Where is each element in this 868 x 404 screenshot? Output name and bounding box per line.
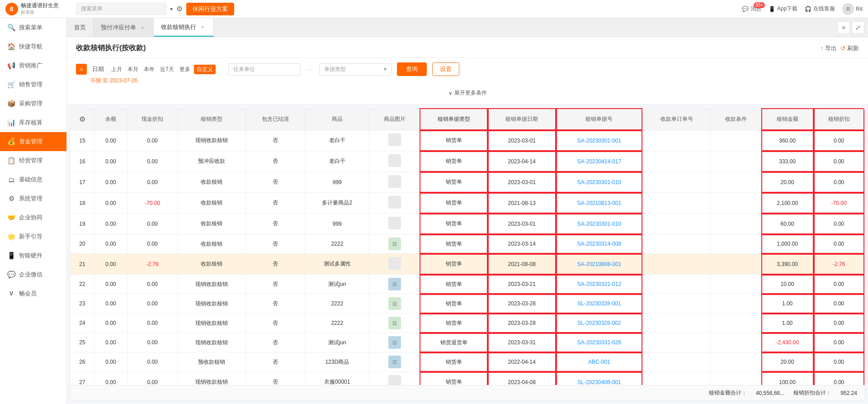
user-area[interactable]: R Rit xyxy=(842,3,863,15)
cell-writeoff-discount: -2.76 xyxy=(814,254,864,275)
top-right-actions: 💬 消息 99+ 📱 App下载 🎧 在线客服 R Rit xyxy=(742,3,863,15)
sidebar-item-sales[interactable]: 🛒 销售管理 xyxy=(0,75,66,94)
cell-writeoff-no[interactable]: SA-20230321-012 xyxy=(556,275,643,294)
cell-goods-img: 🖼 xyxy=(369,275,420,294)
enterprise-icon: 🤝 xyxy=(7,214,15,222)
writeoff-no-link[interactable]: SA-20230314-008 xyxy=(577,241,621,247)
top-search-box[interactable]: 搜索菜单 xyxy=(76,3,166,15)
sidebar-item-quick[interactable]: 🏠 快捷导航 xyxy=(0,37,66,56)
solution-button[interactable]: 休闲行业方案 xyxy=(186,3,234,15)
date-opt-custom[interactable]: 自定义 xyxy=(194,65,216,74)
sidebar-item-wechat[interactable]: 💬 企业微信 xyxy=(0,265,66,284)
sidebar-item-marketing[interactable]: 📢 营销推广 xyxy=(0,56,66,75)
tab-bar-actions: × ⤢ xyxy=(837,21,868,34)
sidebar-item-hardware[interactable]: 📱 智能硬件 xyxy=(0,246,66,265)
cell-balance: 0.00 xyxy=(94,214,127,234)
voucher-type-select[interactable]: 单据类型 ▾ xyxy=(319,63,392,76)
cell-writeoff-discount: 0.00 xyxy=(814,314,864,333)
query-button[interactable]: 查询 xyxy=(397,62,427,76)
writeoff-no-link[interactable]: SA-20230301-010 xyxy=(577,179,621,185)
col-writeoff-discount: 核销折扣 xyxy=(814,108,864,130)
cell-id: 23 xyxy=(71,294,94,314)
writeoff-no-link[interactable]: SA-20230321-012 xyxy=(577,281,621,287)
sidebar-item-basic[interactable]: 🗂 基础信息 xyxy=(0,170,66,189)
export-button[interactable]: ↑ 导出 xyxy=(821,44,837,52)
cell-writeoff-voucher-type: 销货单 xyxy=(420,214,488,234)
content-area: 首页 预付冲应付单 × 收款核销执行 × × ⤢ 收款核销执行(按收款) xyxy=(67,18,868,404)
cell-id: 26 xyxy=(71,352,94,372)
cell-writeoff-no[interactable]: SA-20230414-017 xyxy=(556,151,643,172)
cell-cash-discount: 0.00 xyxy=(127,234,178,254)
date-opt-7days[interactable]: 近7天 xyxy=(158,65,176,74)
table-scroll[interactable]: ⚙ 余额 现金折扣 核销类型 包含已结清 商品 商品图片 核销单据类型 核销单据… xyxy=(71,108,864,385)
writeoff-no-link[interactable]: ABC-001 xyxy=(588,359,610,365)
cell-writeoff-no[interactable]: SL-20230408-001 xyxy=(556,372,643,385)
cell-writeoff-discount: 0.00 xyxy=(814,130,864,151)
filter-expand-button[interactable]: » xyxy=(76,64,87,75)
online-service-action[interactable]: 🎧 在线客服 xyxy=(805,5,835,13)
sidebar-item-finance[interactable]: 💰 资金管理 xyxy=(0,132,66,151)
cell-writeoff-date: 2022-04-14 xyxy=(488,352,556,372)
tab-receipt-close[interactable]: × xyxy=(199,24,206,31)
cell-writeoff-no[interactable]: SA-20230301-010 xyxy=(556,214,643,234)
tab-receipt[interactable]: 收款核销执行 × xyxy=(154,18,214,37)
gear-button[interactable]: ⚙ xyxy=(176,5,183,13)
writeoff-no-link[interactable]: SA-20210808-001 xyxy=(577,261,621,267)
cell-goods: 多计量商品2 xyxy=(305,193,369,214)
cell-writeoff-no[interactable]: SA-20210808-001 xyxy=(556,254,643,275)
sidebar-label-operations: 经营管理 xyxy=(19,157,42,165)
writeoff-no-link[interactable]: SA-20230414-017 xyxy=(577,158,621,165)
writeoff-no-link[interactable]: SA-20210813-001 xyxy=(577,200,621,206)
tab-prepay[interactable]: 预付冲应付单 × xyxy=(94,18,154,37)
top-bar: 6 畅捷通谱好生意 标准版 搜索菜单 ▾ ⚙ 休闲行业方案 💬 消息 99+ 📱… xyxy=(0,0,868,18)
sidebar-item-search[interactable]: 🔍 搜索菜单 xyxy=(0,18,66,37)
tab-prepay-close[interactable]: × xyxy=(139,24,146,31)
writeoff-no-link[interactable]: SL-20230328-002 xyxy=(577,320,621,326)
app-download-action[interactable]: 📱 App下载 xyxy=(769,5,797,13)
cell-writeoff-no[interactable]: SA-20230314-008 xyxy=(556,234,643,254)
tab-home[interactable]: 首页 xyxy=(67,18,94,37)
sidebar-item-inventory[interactable]: 📊 库存核算 xyxy=(0,113,66,132)
sidebar-item-enterprise[interactable]: 🤝 企业协同 xyxy=(0,208,66,227)
cell-receipt-order-no xyxy=(642,234,711,254)
date-opt-this-year[interactable]: 本年 xyxy=(142,65,156,74)
writeoff-no-link[interactable]: SA-20230301-001 xyxy=(577,138,621,144)
wechat-icon: 💬 xyxy=(7,271,15,279)
dropdown-button[interactable]: ▾ xyxy=(170,6,173,12)
col-settings-btn[interactable]: ⚙ xyxy=(75,112,90,126)
cell-balance: 0.00 xyxy=(94,314,127,333)
cell-writeoff-no[interactable]: SL-20230328-002 xyxy=(556,314,643,333)
col-settings[interactable]: ⚙ xyxy=(71,108,94,130)
sidebar-item-system[interactable]: ⚙ 系统管理 xyxy=(0,189,66,208)
goods-image xyxy=(388,217,401,229)
cell-writeoff-discount: 0.00 xyxy=(814,172,864,193)
cell-writeoff-no[interactable]: SA-20230301-001 xyxy=(556,130,643,151)
sidebar-item-purchase[interactable]: 📦 采购管理 xyxy=(0,94,66,113)
col-goods-img: 商品图片 xyxy=(369,108,420,130)
writeoff-no-link[interactable]: SL-20230328-001 xyxy=(577,300,621,307)
cell-writeoff-date: 2023-03-14 xyxy=(488,234,556,254)
writeoff-no-link[interactable]: SA-20230331-026 xyxy=(577,339,621,346)
cell-writeoff-no[interactable]: SA-20210813-001 xyxy=(556,193,643,214)
sidebar-item-operations[interactable]: 📋 经营管理 xyxy=(0,151,66,170)
cell-writeoff-no[interactable]: SA-20230301-010 xyxy=(556,172,643,193)
date-opt-more[interactable]: 更多 xyxy=(178,65,192,74)
tab-expand-btn[interactable]: ⤢ xyxy=(852,21,864,34)
tab-close-btn[interactable]: × xyxy=(837,21,850,34)
refresh-button[interactable]: ↺ 刷新 xyxy=(840,44,859,52)
sidebar-item-guide[interactable]: 🌟 新手引导 xyxy=(0,227,66,246)
writeoff-no-link[interactable]: SL-20230408-001 xyxy=(577,379,621,385)
date-opt-last-month[interactable]: 上月 xyxy=(109,65,124,74)
cell-writeoff-no[interactable]: SA-20230331-026 xyxy=(556,333,643,352)
cell-writeoff-no[interactable]: ABC-001 xyxy=(556,352,643,372)
message-action[interactable]: 💬 消息 99+ xyxy=(742,5,761,13)
settings-button[interactable]: 设置 xyxy=(432,62,459,76)
cell-balance: 0.00 xyxy=(94,333,127,352)
counterpart-input[interactable]: 往来单位 xyxy=(228,63,301,76)
date-opt-this-month[interactable]: 本月 xyxy=(126,65,140,74)
cell-writeoff-no[interactable]: SL-20230328-001 xyxy=(556,294,643,314)
cell-writeoff-type: 现销收款核销 xyxy=(178,314,246,333)
sidebar-item-member[interactable]: V 畅会员 xyxy=(0,284,66,303)
writeoff-no-link[interactable]: SA-20230301-010 xyxy=(577,221,621,227)
expand-condition-btn[interactable]: ∨ 展开更多条件 xyxy=(76,86,859,100)
